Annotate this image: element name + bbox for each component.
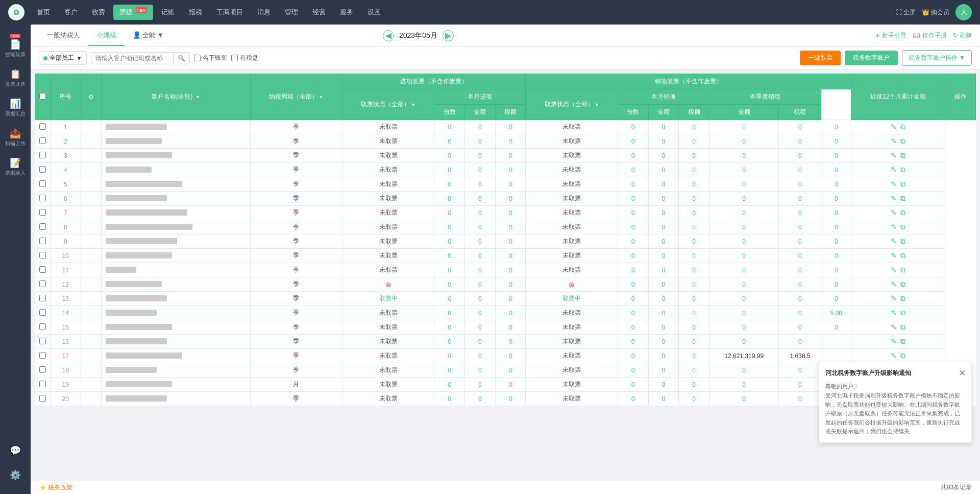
nav-business[interactable]: 工商项目 [210,5,249,20]
checkbox-has-taxdisk[interactable]: 有税盘 [231,54,258,62]
digital-account-ops-button[interactable]: 税务数字账户操作 ▼ [902,50,972,66]
cell-checkbox[interactable] [35,378,51,392]
th-client-name[interactable]: 客户名称(全部) ▼ [102,74,250,120]
edit-button[interactable]: ✎ [891,166,897,174]
sidebar-item-ticket-entry[interactable]: 📝 票据录入 [2,153,29,181]
copy-button[interactable]: ⧉ [900,294,905,302]
row-checkbox[interactable] [39,209,46,216]
edit-button[interactable]: ✎ [891,223,897,231]
fullscreen-button[interactable]: ⛶ 全屏 [896,8,916,17]
nav-fee[interactable]: 收费 [86,5,111,20]
sidebar-item-scan-upload[interactable]: 📤 扫描上传 [2,124,29,151]
copy-button[interactable]: ⧉ [900,137,905,145]
cell-checkbox[interactable] [35,392,51,406]
copy-button[interactable]: ⧉ [900,280,905,288]
cell-checkbox[interactable] [35,277,51,292]
nav-operations[interactable]: 经营 [306,5,332,20]
row-checkbox[interactable] [39,280,46,287]
refresh-btn[interactable]: ↻ 刷新 [953,31,972,40]
nav-client[interactable]: 客户 [58,5,84,20]
cell-checkbox[interactable] [35,306,51,320]
cell-checkbox[interactable] [35,263,51,277]
edit-button[interactable]: ✎ [891,123,897,131]
search-button[interactable]: 🔍 [173,53,189,64]
cell-checkbox[interactable] [35,163,51,177]
row-checkbox[interactable] [39,338,46,344]
edit-button[interactable]: ✎ [891,180,897,188]
cell-checkbox[interactable] [35,363,51,378]
edit-button[interactable]: ✎ [891,137,897,145]
checkbox-sub-account[interactable]: 名下账套 [194,54,227,62]
row-checkbox[interactable] [39,166,46,173]
row-checkbox[interactable] [39,381,46,387]
member-button[interactable]: 👑 购会员 [922,8,949,17]
cell-checkbox[interactable] [35,149,51,163]
row-checkbox[interactable] [39,395,46,402]
copy-button[interactable]: ⧉ [900,337,905,345]
tab-small-scale[interactable]: 小规模 [88,26,125,46]
row-checkbox[interactable] [39,295,46,301]
cell-checkbox[interactable] [35,206,51,220]
digital-account-button[interactable]: 税务数字账户 [845,51,898,65]
popup-close-button[interactable]: ✕ [959,368,965,378]
copy-button[interactable]: ⧉ [900,251,905,260]
copy-button[interactable]: ⧉ [900,323,905,331]
edit-button[interactable]: ✎ [891,266,897,274]
cell-checkbox[interactable] [35,234,51,249]
new-guide-btn[interactable]: ⊕ 新手引导 [875,31,906,40]
cell-checkbox[interactable] [35,292,51,306]
copy-button[interactable]: ⧉ [900,351,905,360]
tab-full[interactable]: 👤 全能 ▼ [125,26,172,46]
copy-button[interactable]: ⧉ [900,180,905,188]
cell-checkbox[interactable] [35,192,51,206]
cell-checkbox[interactable] [35,335,51,349]
cell-checkbox[interactable] [35,320,51,335]
row-checkbox[interactable] [39,180,46,187]
edit-button[interactable]: ✎ [891,351,897,360]
cell-checkbox[interactable] [35,220,51,234]
employee-select[interactable]: 全部员工 ▼ [39,51,87,65]
copy-button[interactable]: ⧉ [900,194,905,202]
nav-settings[interactable]: 设置 [361,5,387,20]
th-settings[interactable]: ⚙ [81,74,102,120]
nav-message[interactable]: 消息 [251,5,277,20]
edit-button[interactable]: ✎ [891,151,897,159]
edit-button[interactable]: ✎ [891,280,897,288]
sidebar-item-settings[interactable]: ⚙️ [2,465,29,486]
copy-button[interactable]: ⧉ [900,237,905,245]
date-next-button[interactable]: ▶ [443,30,454,41]
edit-button[interactable]: ✎ [891,237,897,245]
edit-button[interactable]: ✎ [891,294,897,302]
copy-button[interactable]: ⧉ [900,223,905,231]
edit-button[interactable]: ✎ [891,251,897,260]
cell-checkbox[interactable] [35,249,51,263]
row-checkbox[interactable] [39,123,46,130]
row-checkbox[interactable] [39,137,46,144]
checkbox-has-taxdisk-input[interactable] [231,55,238,61]
th-select-all[interactable] [35,74,51,120]
nav-home[interactable]: 首页 [31,5,56,20]
row-checkbox[interactable] [39,309,46,316]
row-checkbox[interactable] [39,252,46,258]
edit-button[interactable]: ✎ [891,208,897,217]
copy-button[interactable]: ⧉ [900,123,905,131]
cell-checkbox[interactable] [35,349,51,363]
select-all-checkbox[interactable] [39,93,46,100]
copy-button[interactable]: ⧉ [900,208,905,217]
edit-button[interactable]: ✎ [891,337,897,345]
sidebar-item-chat[interactable]: 💬 [2,441,29,461]
row-checkbox[interactable] [39,266,46,273]
tax-policy-link[interactable]: ⚡ 税务政策 [39,483,72,492]
edit-button[interactable]: ✎ [891,323,897,331]
copy-button[interactable]: ⧉ [900,151,905,159]
row-checkbox[interactable] [39,195,46,201]
nav-accounting[interactable]: 记账 [155,5,181,20]
nav-manage[interactable]: 管理 [279,5,304,20]
th-in-fetch-status[interactable]: 取票状态（全部）▼ [342,89,434,120]
oneclick-fetch-button[interactable]: 一键取票 [800,51,841,65]
sidebar-item-summary[interactable]: 📊 票据汇总 [2,94,29,122]
copy-button[interactable]: ⧉ [900,266,905,274]
row-checkbox[interactable] [39,352,46,359]
edit-button[interactable]: ✎ [891,194,897,202]
cell-checkbox[interactable] [35,177,51,192]
